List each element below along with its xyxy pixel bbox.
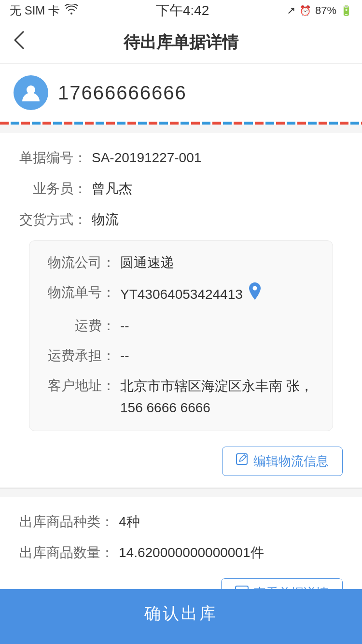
freight-row: 运费： -- bbox=[43, 316, 319, 336]
edit-btn-row: 编辑物流信息 bbox=[0, 437, 362, 488]
freight-bearer-row: 运费承担： -- bbox=[43, 346, 319, 366]
delivery-method-label: 交货方式： bbox=[19, 210, 92, 230]
address-label: 客户地址： bbox=[43, 376, 120, 396]
battery-icon: 🔋 bbox=[340, 5, 352, 16]
edit-logistics-button[interactable]: 编辑物流信息 bbox=[222, 447, 343, 476]
main-content: 17666666666 单据编号： SA-20191227-001 业务员： 曾… bbox=[0, 64, 362, 644]
freight-bearer-value: -- bbox=[120, 346, 319, 366]
section-divider bbox=[0, 488, 362, 489]
tracking-location-icon[interactable] bbox=[248, 282, 262, 306]
document-number-row: 单据编号： SA-20191227-001 bbox=[19, 148, 343, 168]
location-icon: ↗ bbox=[287, 4, 295, 17]
svg-point-1 bbox=[252, 286, 257, 291]
address-value: 北京市市辖区海淀区永丰南 张，156 6666 6666 bbox=[120, 376, 319, 419]
goods-quantity-label: 出库商品数量： bbox=[19, 543, 119, 563]
goods-type-value: 4种 bbox=[119, 512, 343, 532]
user-header-section: 17666666666 bbox=[0, 64, 362, 125]
battery-text: 87% bbox=[315, 4, 336, 17]
logistics-card: 物流公司： 圆通速递 物流单号： YT43064053424413 运费： bbox=[29, 240, 333, 431]
document-number-label: 单据编号： bbox=[19, 148, 92, 168]
time-display: 下午4:42 bbox=[156, 1, 209, 20]
salesman-row: 业务员： 曾凡杰 bbox=[19, 179, 343, 199]
logistics-company-label: 物流公司： bbox=[43, 252, 120, 273]
edit-icon bbox=[236, 453, 249, 469]
status-bar: 无 SIM 卡 下午4:42 ↗ ⏰ 87% 🔋 bbox=[0, 0, 362, 21]
avatar bbox=[14, 75, 48, 110]
goods-quantity-value: 14.620000000000001件 bbox=[119, 543, 343, 563]
user-header: 17666666666 bbox=[0, 64, 362, 122]
delivery-method-row: 交货方式： 物流 bbox=[19, 210, 343, 230]
address-row: 客户地址： 北京市市辖区海淀区永丰南 张，156 6666 6666 bbox=[43, 376, 319, 419]
freight-bearer-label: 运费承担： bbox=[43, 346, 120, 366]
nav-bar: 待出库单据详情 bbox=[0, 21, 362, 64]
goods-type-label: 出库商品种类： bbox=[19, 512, 119, 532]
svg-rect-2 bbox=[237, 454, 247, 464]
status-right: ↗ ⏰ 87% 🔋 bbox=[287, 4, 352, 17]
logistics-company-value: 圆通速递 bbox=[120, 252, 319, 273]
user-phone: 17666666666 bbox=[58, 82, 187, 104]
page-title: 待出库单据详情 bbox=[124, 31, 238, 54]
salesman-value: 曾凡杰 bbox=[92, 179, 343, 199]
document-number-value: SA-20191227-001 bbox=[92, 148, 343, 168]
delivery-method-value: 物流 bbox=[92, 210, 343, 230]
status-left: 无 SIM 卡 bbox=[10, 3, 78, 18]
alarm-icon: ⏰ bbox=[299, 5, 311, 16]
confirm-outbound-button[interactable]: 确认出库 bbox=[19, 602, 343, 625]
logistics-company-row: 物流公司： 圆通速递 bbox=[43, 252, 319, 273]
tracking-number-value: YT43064053424413 bbox=[120, 282, 319, 306]
freight-label: 运费： bbox=[43, 316, 120, 336]
tracking-number-row: 物流单号： YT43064053424413 bbox=[43, 282, 319, 306]
freight-value: -- bbox=[120, 316, 319, 336]
goods-type-row: 出库商品种类： 4种 bbox=[19, 512, 343, 532]
edit-btn-label: 编辑物流信息 bbox=[253, 453, 329, 470]
goods-quantity-row: 出库商品数量： 14.620000000000001件 bbox=[19, 543, 343, 563]
dashed-separator bbox=[0, 122, 362, 125]
salesman-label: 业务员： bbox=[19, 179, 92, 199]
tracking-number-label: 物流单号： bbox=[43, 282, 120, 303]
goods-section: 出库商品种类： 4种 出库商品数量： 14.620000000000001件 bbox=[0, 497, 362, 577]
wifi-icon bbox=[65, 4, 78, 17]
confirm-area: 确认出库 bbox=[0, 589, 362, 644]
back-button[interactable] bbox=[14, 31, 24, 54]
basic-info-section: 单据编号： SA-20191227-001 业务员： 曾凡杰 交货方式： 物流 … bbox=[0, 133, 362, 446]
carrier-text: 无 SIM 卡 bbox=[10, 3, 60, 18]
